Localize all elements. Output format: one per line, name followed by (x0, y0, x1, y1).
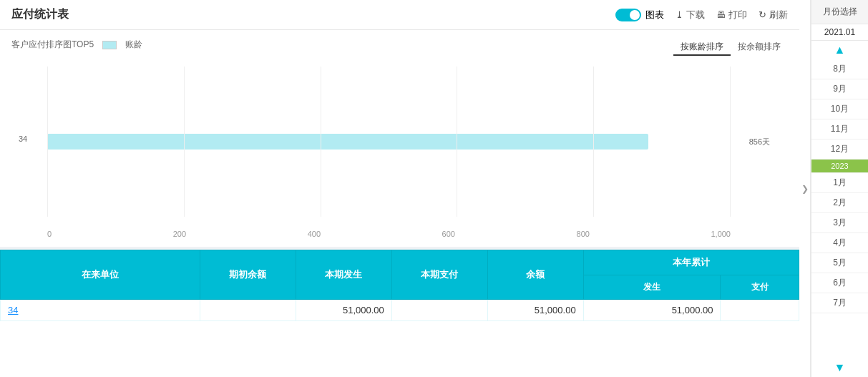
chart-sort-buttons: 按账龄排序 按余额排序 (673, 39, 788, 56)
sort-by-balance-button[interactable]: 按余额排序 (731, 39, 788, 56)
x-label-1000: 1,000 (711, 230, 731, 238)
sidebar-month-item[interactable]: 5月 (811, 253, 868, 273)
chart-x-axis: 0 200 400 600 800 1,000 (47, 230, 731, 238)
chart-bar-container (47, 134, 731, 150)
col-header-current-pay: 本期支付 (391, 250, 487, 300)
cell-current-occur: 51,000.00 (296, 300, 391, 321)
chart-area: 客户应付排序图TOP5 账龄 按账龄排序 按余额排序 34 856天 (0, 30, 799, 247)
col-header-balance: 余额 (487, 250, 583, 300)
x-label-400: 400 (308, 230, 321, 238)
chart-plot: 856天 (47, 67, 731, 217)
cell-balance: 51,000.00 (487, 300, 583, 321)
sidebar-year-display: 2021.01 (811, 24, 868, 41)
col-header-ytd: 本年累计 (583, 250, 799, 275)
chart-legend-label: 客户应付排序图TOP5 (11, 39, 94, 51)
chart-legend: 客户应付排序图TOP5 账龄 (11, 39, 142, 51)
print-icon: 🖶 (716, 9, 726, 20)
x-label-600: 600 (442, 230, 455, 238)
sidebar-month-item[interactable]: 2月 (811, 193, 868, 213)
download-icon: ⤓ (676, 9, 683, 20)
sidebar-months-list: 8月9月10月11月12月20231月2月3月4月5月6月7月 (811, 59, 868, 358)
sidebar-month-item[interactable]: 4月 (811, 233, 868, 253)
col-subheader-ytd-pay: 支付 (721, 275, 799, 300)
chart-legend-box-label: 账龄 (125, 39, 142, 51)
sidebar-scroll-down-button[interactable]: ▼ (811, 358, 868, 377)
sidebar-month-item[interactable]: 10月 (811, 99, 868, 119)
sidebar-month-item[interactable]: 11月 (811, 119, 868, 139)
cell-opening (200, 300, 296, 321)
sidebar-expand-handle[interactable]: ❯ (799, 0, 811, 377)
cell-ytd-occur: 51,000.00 (583, 300, 721, 321)
refresh-icon: ↻ (759, 9, 766, 20)
sidebar-month-item[interactable]: 1月 (811, 173, 868, 193)
print-button[interactable]: 🖶 打印 (716, 9, 747, 21)
table-body: 34 51,000.00 51,000.00 51,000.00 (1, 300, 799, 321)
sidebar-month-item[interactable]: 8月 (811, 59, 868, 79)
col-header-current-occur: 本期发生 (296, 250, 391, 300)
month-selector-sidebar: 月份选择 2021.01 ▲ 8月9月10月11月12月20231月2月3月4月… (811, 0, 868, 377)
download-button[interactable]: ⤓ 下载 (676, 9, 705, 21)
sidebar-month-item[interactable]: 7月 (811, 293, 868, 313)
chart-bar-right-label: 856天 (749, 137, 770, 147)
chart-legend-box (102, 41, 117, 49)
refresh-button[interactable]: ↻ 刷新 (759, 9, 788, 21)
page-header: 应付统计表 图表 ⤓ 下载 🖶 打印 ↻ 刷新 (0, 0, 799, 30)
x-label-0: 0 (47, 230, 52, 238)
sidebar-month-item[interactable]: 12月 (811, 139, 868, 160)
chart-toggle-label: 图表 (645, 9, 664, 21)
sidebar-month-item[interactable]: 3月 (811, 213, 868, 233)
sidebar-month-item[interactable]: 6月 (811, 273, 868, 293)
data-table: 在来单位 期初余额 本期发生 本期支付 余额 本年累计 发生 支付 34 51,… (0, 250, 799, 321)
col-subheader-ytd-occur: 发生 (583, 275, 721, 300)
header-actions: 图表 ⤓ 下载 🖶 打印 ↻ 刷新 (615, 9, 788, 21)
table-header-row: 在来单位 期初余额 本期发生 本期支付 余额 本年累计 (1, 250, 799, 275)
sort-by-age-button[interactable]: 按账龄排序 (673, 39, 731, 56)
table-area: 在来单位 期初余额 本期发生 本期支付 余额 本年累计 发生 支付 34 51,… (0, 250, 799, 377)
chart-y-label: 34 (19, 134, 27, 143)
toggle-knob (630, 10, 640, 20)
sidebar-month-item[interactable]: 9月 (811, 79, 868, 99)
sidebar-scroll-up-button[interactable]: ▲ (811, 41, 868, 59)
sidebar-month-item[interactable]: 2023 (811, 160, 868, 173)
table-row: 34 51,000.00 51,000.00 51,000.00 (1, 300, 799, 321)
x-label-200: 200 (173, 230, 186, 238)
col-header-unit: 在来单位 (1, 250, 200, 300)
x-label-800: 800 (577, 230, 590, 238)
chart-bar (47, 134, 648, 150)
cell-current-pay (391, 300, 487, 321)
col-header-opening: 期初余额 (200, 250, 296, 300)
sidebar-header: 月份选择 (811, 0, 868, 24)
cell-unit[interactable]: 34 (1, 300, 200, 321)
chart-toggle-wrap[interactable]: 图表 (615, 9, 664, 21)
page-title: 应付统计表 (11, 7, 69, 22)
chart-container: 34 856天 0 (11, 59, 788, 238)
chart-toggle[interactable] (615, 9, 641, 21)
cell-ytd-pay (721, 300, 799, 321)
